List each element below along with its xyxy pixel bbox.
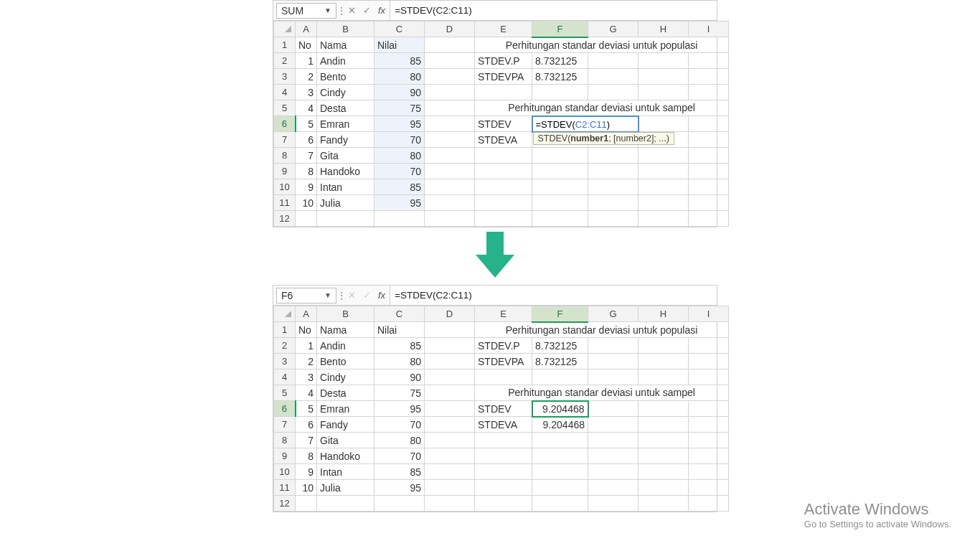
cell-A8-b[interactable]: 7 (296, 433, 317, 448)
cell-A6[interactable]: 5 (296, 116, 317, 132)
cell-C4-b[interactable]: 90 (374, 369, 425, 385)
cell-D5-b[interactable] (425, 385, 475, 401)
cell-E12-b[interactable] (475, 496, 532, 512)
name-box[interactable]: SUM ▼ (276, 3, 336, 19)
cell-I3[interactable] (689, 69, 729, 85)
cell-H11-b[interactable] (639, 480, 689, 496)
cell-F10[interactable] (532, 179, 588, 195)
cell-B9[interactable]: Handoko (317, 164, 374, 179)
cell-D4[interactable] (425, 85, 475, 100)
cell-F4[interactable] (532, 85, 588, 100)
cell-E2[interactable]: STDEV.P (475, 53, 532, 69)
cell-C9-b[interactable]: 70 (374, 448, 425, 464)
cell-D8[interactable] (425, 148, 475, 164)
cell-D2[interactable] (425, 53, 475, 69)
cell-I4[interactable] (689, 85, 729, 100)
cell-H6[interactable] (639, 116, 689, 132)
cell-B3-b[interactable]: Bento (317, 354, 374, 369)
cell-B4[interactable]: Cindy (317, 85, 374, 100)
row-header-7[interactable]: 7 (274, 132, 296, 148)
cell-C11-b[interactable]: 95 (374, 480, 425, 496)
cell-C2-b[interactable]: 85 (374, 338, 425, 354)
row-header-10-b[interactable]: 10 (274, 464, 296, 480)
cell-I9[interactable] (689, 164, 729, 179)
row-header-7-b[interactable]: 7 (274, 417, 296, 433)
cell-F2[interactable]: 8.732125 (532, 53, 588, 69)
row-header-4[interactable]: 4 (274, 85, 296, 100)
cell-H9-b[interactable] (639, 448, 689, 464)
cell-G11-b[interactable] (588, 480, 639, 496)
cell-D5[interactable] (425, 100, 475, 116)
cell-E8[interactable] (475, 148, 532, 164)
cell-I8-b[interactable] (689, 433, 729, 448)
cell-A2[interactable]: 1 (296, 53, 317, 69)
row-header-6-b[interactable]: 6 (274, 401, 296, 417)
cell-H8-b[interactable] (639, 433, 689, 448)
select-all-corner-bottom[interactable] (274, 306, 296, 322)
cell-D10[interactable] (425, 179, 475, 195)
cell-D12-b[interactable] (425, 496, 475, 512)
cell-B5-b[interactable]: Desta (317, 385, 374, 401)
cell-A10[interactable]: 9 (296, 179, 317, 195)
row-header-12-b[interactable]: 12 (274, 496, 296, 512)
cell-F6-b[interactable]: 9.204468 (532, 401, 588, 417)
cell-E6[interactable]: STDEV (475, 116, 532, 132)
row-header-3-b[interactable]: 3 (274, 354, 296, 369)
cell-B2-b[interactable]: Andin (317, 338, 374, 354)
cell-E7[interactable]: STDEVA (475, 132, 532, 148)
row-header-1[interactable]: 1 (274, 37, 296, 53)
row-header-5[interactable]: 5 (274, 100, 296, 116)
cell-E7-b[interactable]: STDEVA (475, 417, 532, 433)
cell-A5-b[interactable]: 4 (296, 385, 317, 401)
cell-E11-b[interactable] (475, 480, 532, 496)
col-header-E-b[interactable]: E (475, 306, 532, 322)
col-header-B[interactable]: B (317, 22, 374, 37)
cell-D1[interactable] (425, 37, 475, 53)
cell-H3[interactable] (639, 69, 689, 85)
cell-G11[interactable] (588, 195, 639, 211)
grid-top[interactable]: A B C D E F G H I 1 No Nama Nilai Perhit… (273, 21, 729, 227)
cell-B7-b[interactable]: Fandy (317, 417, 374, 433)
col-header-F-b[interactable]: F (532, 306, 588, 322)
cell-G10-b[interactable] (588, 464, 639, 480)
cell-G2-b[interactable] (588, 338, 639, 354)
cell-D8-b[interactable] (425, 433, 475, 448)
cell-G9-b[interactable] (588, 448, 639, 464)
cell-D6[interactable] (425, 116, 475, 132)
cell-I7[interactable] (689, 132, 729, 148)
cell-A4[interactable]: 3 (296, 85, 317, 100)
cell-A12-b[interactable] (296, 496, 317, 512)
col-header-F[interactable]: F (532, 22, 588, 37)
cell-B4-b[interactable]: Cindy (317, 369, 374, 385)
cell-I6[interactable] (689, 116, 729, 132)
cell-H4-b[interactable] (639, 369, 689, 385)
cell-E11[interactable] (475, 195, 532, 211)
cell-B8-b[interactable]: Gita (317, 433, 374, 448)
cell-B9-b[interactable]: Handoko (317, 448, 374, 464)
row-header-2[interactable]: 2 (274, 53, 296, 69)
cell-H12-b[interactable] (639, 496, 689, 512)
cell-F2-b[interactable]: 8.732125 (532, 338, 588, 354)
cell-C1-b[interactable]: Nilai (374, 322, 425, 338)
cell-I6-b[interactable] (689, 401, 729, 417)
cell-H2[interactable] (639, 53, 689, 69)
name-box-bottom[interactable]: F6 ▼ (276, 288, 336, 303)
cell-D11[interactable] (425, 195, 475, 211)
cell-A7[interactable]: 6 (296, 132, 317, 148)
cell-F8[interactable] (532, 148, 588, 164)
cell-E1[interactable]: Perhitungan standar deviasi untuk popula… (475, 37, 729, 53)
row-header-2-b[interactable]: 2 (274, 338, 296, 354)
cell-I12-b[interactable] (689, 496, 729, 512)
cell-A10-b[interactable]: 9 (296, 464, 317, 480)
cell-I7-b[interactable] (689, 417, 729, 433)
cell-C6-b[interactable]: 95 (374, 401, 425, 417)
cell-I3-b[interactable] (689, 354, 729, 369)
row-header-8[interactable]: 8 (274, 148, 296, 164)
cell-I11-b[interactable] (689, 480, 729, 496)
name-box-dropdown-icon[interactable]: ▼ (324, 6, 331, 14)
cell-G12-b[interactable] (588, 496, 639, 512)
cell-E8-b[interactable] (475, 433, 532, 448)
col-header-I[interactable]: I (689, 22, 729, 37)
cell-A9-b[interactable]: 8 (296, 448, 317, 464)
cell-C12-b[interactable] (374, 496, 425, 512)
